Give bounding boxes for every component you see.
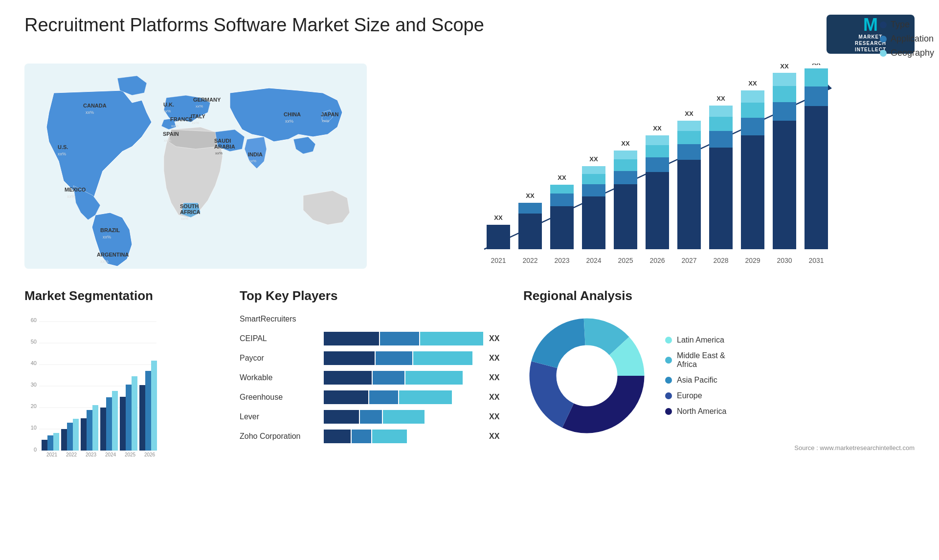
svg-text:XX: XX	[621, 140, 630, 147]
svg-rect-45	[550, 185, 574, 194]
players-list: SmartRecruiters CEIPAL XX	[240, 312, 504, 443]
svg-rect-123	[112, 391, 118, 451]
na-dot	[665, 408, 672, 415]
player-name: SmartRecruiters	[240, 315, 318, 323]
svg-rect-118	[87, 410, 92, 451]
player-name: Greenhouse	[240, 393, 318, 402]
seg-chart-svg: 0 10 20 30 40 50 60	[24, 312, 161, 459]
svg-rect-57	[614, 151, 637, 159]
bar-mid	[360, 410, 382, 424]
player-value: XX	[489, 412, 504, 421]
player-row: CEIPAL XX	[240, 332, 504, 345]
regional-section: Regional Analysis	[523, 288, 915, 459]
bar-light	[372, 430, 407, 443]
svg-rect-86	[773, 85, 796, 102]
svg-rect-121	[100, 408, 106, 451]
bar-mid	[352, 430, 371, 443]
key-players-section: Top Key Players SmartRecruiters CEIPAL	[240, 288, 504, 459]
header: Recruitment Platforms Software Market Si…	[24, 15, 915, 54]
svg-text:2021: 2021	[46, 452, 58, 457]
svg-text:2026: 2026	[144, 452, 156, 457]
bar-chart-svg: XX 2021 XX 2022 XX 2023	[386, 64, 915, 269]
svg-text:INDIA: INDIA	[248, 151, 263, 157]
svg-rect-51	[582, 166, 605, 174]
svg-text:xx%: xx%	[58, 151, 66, 156]
svg-rect-78	[741, 134, 764, 249]
svg-text:2027: 2027	[681, 257, 696, 264]
regional-title: Regional Analysis	[523, 288, 915, 303]
player-value: XX	[489, 432, 504, 441]
svg-text:20: 20	[31, 403, 37, 409]
svg-text:xx%: xx%	[164, 138, 171, 143]
svg-text:JAPAN: JAPAN	[321, 111, 339, 117]
svg-rect-55	[614, 170, 637, 184]
svg-point-138	[557, 345, 617, 406]
svg-rect-56	[614, 159, 637, 171]
svg-text:XX: XX	[748, 80, 757, 87]
bar-light	[399, 390, 452, 404]
svg-text:2025: 2025	[618, 257, 633, 264]
svg-text:2024: 2024	[586, 257, 601, 264]
svg-text:ARABIA: ARABIA	[214, 144, 235, 150]
svg-text:XX: XX	[653, 125, 662, 132]
bar-dark	[324, 430, 351, 443]
svg-rect-73	[709, 130, 733, 148]
svg-text:MEXICO: MEXICO	[65, 187, 86, 193]
svg-rect-79	[741, 117, 764, 135]
page-title: Recruitment Platforms Software Market Si…	[24, 15, 484, 36]
svg-rect-87	[773, 73, 796, 86]
svg-rect-74	[709, 116, 733, 131]
apac-dot	[665, 377, 672, 384]
reg-legend-mea: Middle East &Africa	[665, 351, 726, 369]
svg-rect-127	[132, 376, 137, 451]
bar-light	[420, 332, 483, 345]
svg-rect-113	[61, 429, 67, 451]
svg-text:xx%: xx%	[181, 216, 188, 221]
svg-text:XX: XX	[780, 64, 789, 70]
key-players-title: Top Key Players	[240, 288, 504, 303]
svg-text:U.K.: U.K.	[163, 102, 174, 108]
bar-mid	[373, 371, 404, 385]
svg-text:SOUTH: SOUTH	[180, 203, 199, 209]
svg-rect-36	[487, 225, 510, 249]
bar-light	[383, 410, 425, 424]
svg-text:xx%: xx%	[67, 194, 75, 199]
svg-text:xx%: xx%	[196, 104, 203, 108]
svg-text:U.S.: U.S.	[58, 144, 68, 150]
svg-text:10: 10	[31, 425, 37, 431]
svg-text:xx%: xx%	[322, 119, 329, 123]
svg-rect-40	[518, 203, 542, 214]
svg-rect-66	[677, 159, 701, 249]
reg-legend-latin: Latin America	[665, 336, 726, 345]
donut-svg	[523, 312, 650, 439]
bar-mid	[380, 332, 420, 345]
svg-rect-130	[145, 371, 151, 451]
player-row: Zoho Corporation XX	[240, 430, 504, 443]
player-name: Lever	[240, 412, 318, 421]
svg-rect-44	[550, 193, 574, 206]
svg-rect-91	[805, 86, 828, 106]
player-bars	[324, 312, 483, 326]
segmentation-title: Market Segmentation	[24, 288, 220, 303]
player-row: Lever XX	[240, 410, 504, 424]
svg-text:XX: XX	[812, 64, 821, 66]
logo-letter: M	[863, 16, 878, 34]
svg-rect-129	[139, 385, 145, 451]
svg-text:2026: 2026	[649, 257, 665, 264]
svg-text:FRANCE: FRANCE	[170, 116, 193, 122]
svg-rect-39	[518, 213, 542, 249]
svg-text:2023: 2023	[554, 257, 569, 264]
svg-text:XX: XX	[685, 110, 693, 117]
svg-text:30: 30	[31, 382, 37, 388]
svg-text:2029: 2029	[745, 257, 760, 264]
svg-text:XX: XX	[526, 192, 535, 199]
bar-light	[413, 351, 472, 365]
svg-text:xx%: xx%	[285, 119, 293, 124]
segmentation-section: Market Segmentation 0 10 20 30 40 50 60	[24, 288, 220, 459]
svg-text:xx%: xx%	[163, 109, 171, 113]
svg-rect-114	[67, 423, 73, 451]
player-value: XX	[489, 354, 504, 363]
svg-rect-81	[741, 90, 764, 103]
mea-dot	[665, 357, 672, 364]
svg-text:xx%: xx%	[171, 124, 179, 128]
